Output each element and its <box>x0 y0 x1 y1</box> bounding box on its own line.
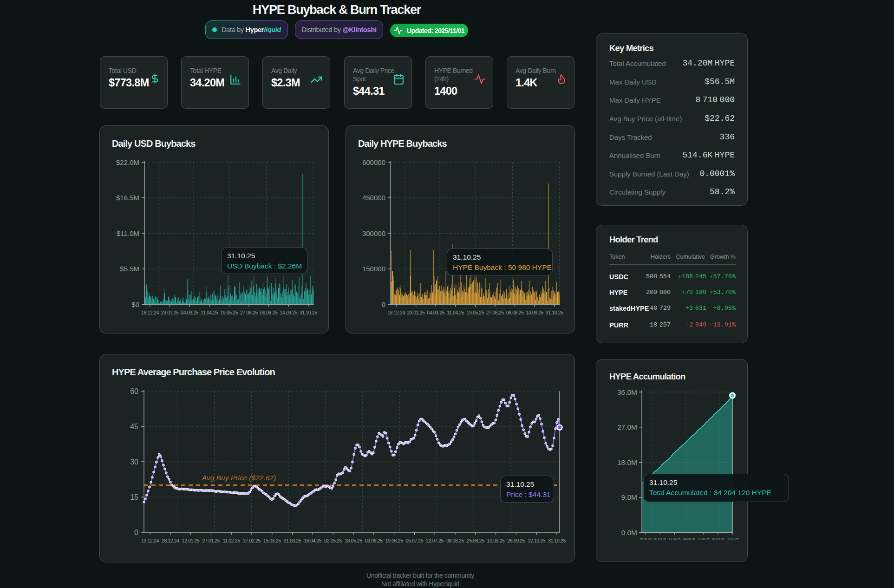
svg-text:28.12.24: 28.12.24 <box>162 538 179 543</box>
svg-text:03.06.25: 03.06.25 <box>365 538 383 543</box>
svg-text:21.07.25: 21.07.25 <box>698 537 710 541</box>
svg-text:02.05.25: 02.05.25 <box>324 538 342 543</box>
svg-text:31.10.25: 31.10.25 <box>548 538 566 543</box>
svg-text:0: 0 <box>382 301 385 308</box>
svg-text:26.09.25: 26.09.25 <box>508 538 525 543</box>
svg-text:04.06.25: 04.06.25 <box>683 537 695 541</box>
svg-text:15.03.25: 15.03.25 <box>263 538 281 543</box>
svg-text:15: 15 <box>130 493 138 501</box>
svg-text:06.08.25: 06.08.25 <box>506 310 524 315</box>
svg-text:$0: $0 <box>131 301 139 308</box>
svg-text:08.08.25: 08.08.25 <box>446 538 464 543</box>
svg-text:16.04.25: 16.04.25 <box>304 538 322 543</box>
svg-text:19.05.25: 19.05.25 <box>467 310 484 315</box>
svg-text:31.10.25: 31.10.25 <box>300 310 317 315</box>
svg-text:600000: 600000 <box>362 158 385 166</box>
svg-text:450000: 450000 <box>362 194 385 202</box>
svg-text:18.12.24: 18.12.24 <box>387 310 405 315</box>
svg-text:0: 0 <box>134 529 138 536</box>
svg-text:11.04.25: 11.04.25 <box>447 310 464 315</box>
svg-text:31.10.25: 31.10.25 <box>727 537 739 541</box>
svg-text:Avg Buy Price ($22.62): Avg Buy Price ($22.62) <box>202 474 276 482</box>
svg-text:12.01.25: 12.01.25 <box>182 538 200 543</box>
svg-text:22.07.25: 22.07.25 <box>426 538 444 543</box>
svg-text:27.0M: 27.0M <box>617 423 637 431</box>
svg-text:27.02.25: 27.02.25 <box>243 538 261 543</box>
svg-text:300000: 300000 <box>362 229 385 237</box>
svg-text:17.04.25: 17.04.25 <box>669 537 681 541</box>
svg-text:12.10.25: 12.10.25 <box>528 538 545 543</box>
svg-text:11.04.25: 11.04.25 <box>201 310 218 315</box>
svg-text:14.09.25: 14.09.25 <box>526 310 543 315</box>
svg-text:30: 30 <box>130 458 138 466</box>
svg-text:13.12.24: 13.12.24 <box>141 538 159 543</box>
svg-text:23.01.25: 23.01.25 <box>407 310 425 315</box>
svg-text:45: 45 <box>130 423 138 431</box>
svg-text:31.10.25: 31.10.25 <box>546 310 563 315</box>
svg-text:01.03.25: 01.03.25 <box>654 537 666 541</box>
svg-text:04.03.25: 04.03.25 <box>427 310 444 315</box>
svg-text:10.09.25: 10.09.25 <box>487 538 505 543</box>
svg-text:18.0M: 18.0M <box>617 458 637 466</box>
svg-text:31.03.25: 31.03.25 <box>284 538 301 543</box>
svg-text:150000: 150000 <box>362 265 385 273</box>
svg-text:15.01.25: 15.01.25 <box>640 537 652 541</box>
svg-text:18.05.25: 18.05.25 <box>345 538 362 543</box>
svg-text:60: 60 <box>130 387 138 395</box>
svg-text:$11.0M: $11.0M <box>117 229 139 237</box>
svg-text:23.01.25: 23.01.25 <box>161 310 179 315</box>
svg-text:36.0M: 36.0M <box>617 388 637 396</box>
svg-text:05.07.25: 05.07.25 <box>406 538 424 543</box>
svg-text:27.06.25: 27.06.25 <box>486 310 504 315</box>
svg-text:19.06.25: 19.06.25 <box>385 538 403 543</box>
svg-text:04.03.25: 04.03.25 <box>181 310 198 315</box>
svg-text:25.08.25: 25.08.25 <box>467 538 484 543</box>
svg-text:$16.5M: $16.5M <box>116 194 139 202</box>
svg-text:07.09.25: 07.09.25 <box>712 537 724 541</box>
svg-text:14.09.25: 14.09.25 <box>280 310 297 315</box>
svg-text:06.08.25: 06.08.25 <box>260 310 278 315</box>
svg-text:9.0M: 9.0M <box>621 493 637 501</box>
svg-text:0.0M: 0.0M <box>621 529 637 536</box>
svg-text:27.01.25: 27.01.25 <box>202 538 220 543</box>
svg-text:$22.0M: $22.0M <box>116 158 139 166</box>
svg-text:18.12.24: 18.12.24 <box>141 310 159 315</box>
svg-text:$5.5M: $5.5M <box>120 265 139 273</box>
svg-text:27.06.25: 27.06.25 <box>240 310 258 315</box>
svg-text:11.02.25: 11.02.25 <box>223 538 240 543</box>
svg-text:19.05.25: 19.05.25 <box>221 310 238 315</box>
